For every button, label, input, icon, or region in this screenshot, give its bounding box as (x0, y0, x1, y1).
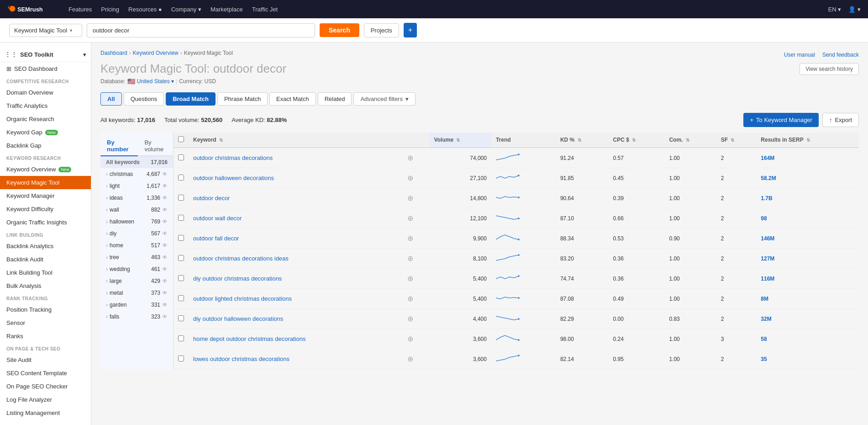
kw-sidebar-item[interactable]: › home 517 👁 (100, 239, 173, 251)
results-serp-link[interactable]: 98 (761, 215, 767, 222)
kw-sidebar-item[interactable]: › ideas 1,336 👁 (100, 192, 173, 204)
kw-sidebar-item[interactable]: › metal 373 👁 (100, 287, 173, 299)
row-checkbox-cell[interactable] (174, 249, 189, 269)
kw-sidebar-item[interactable]: › falls 323 👁 (100, 311, 173, 323)
view-history-button[interactable]: View search history (800, 63, 859, 75)
send-feedback-link[interactable]: Send feedback (822, 52, 859, 58)
sidebar-backlink-analytics[interactable]: Backlink Analytics (0, 239, 91, 253)
sort-tab-by-volume[interactable]: By volume (138, 136, 173, 156)
kw-item-eye[interactable]: 👁 (162, 195, 168, 201)
nav-traffic-jet[interactable]: Traffic Jet (252, 6, 278, 13)
row-checkbox[interactable] (178, 315, 184, 321)
sidebar-keyword-manager[interactable]: Keyword Manager (0, 189, 91, 202)
filter-tab-all[interactable]: All (100, 92, 122, 106)
select-all-header[interactable] (174, 133, 189, 148)
kw-item-eye[interactable]: 👁 (162, 171, 168, 177)
select-all-checkbox[interactable] (178, 136, 184, 142)
row-checkbox[interactable] (178, 175, 184, 181)
sidebar-toolkit[interactable]: ⋮⋮ SEO Toolkit ▾ (0, 47, 91, 62)
kw-sidebar-item[interactable]: › tree 463 👁 (100, 251, 173, 263)
com-column-header[interactable]: Com. ⇅ (664, 133, 716, 148)
kw-item-eye[interactable]: 👁 (162, 242, 168, 249)
filter-tab-exact-match[interactable]: Exact Match (269, 92, 316, 106)
results-serp-link[interactable]: 58.2M (761, 175, 776, 181)
sidebar-on-page-seo-checker[interactable]: On Page SEO Checker (0, 380, 91, 393)
filter-tab-broad-match[interactable]: Broad Match (166, 92, 216, 106)
add-keyword-icon[interactable]: ⊕ (407, 295, 413, 303)
breadcrumb-keyword-overview[interactable]: Keyword Overview (133, 50, 179, 56)
row-checkbox[interactable] (178, 154, 184, 160)
row-checkbox-cell[interactable] (174, 289, 189, 309)
kw-sidebar-item[interactable]: › light 1,617 👁 (100, 180, 173, 192)
user-menu[interactable]: 👤 ▾ (848, 6, 861, 13)
kw-item-eye[interactable]: 👁 (162, 266, 168, 272)
sidebar-domain-overview[interactable]: Domain Overview (0, 86, 91, 99)
results-serp-link[interactable]: 1.7B (761, 195, 772, 202)
filter-tab-phrase-match[interactable]: Phrase Match (217, 92, 268, 106)
sidebar-organic-research[interactable]: Organic Research (0, 112, 91, 126)
results-serp-link[interactable]: 8M (761, 296, 768, 302)
sidebar-bulk-analysis[interactable]: Bulk Analysis (0, 279, 91, 292)
sidebar-ranks[interactable]: Ranks (0, 329, 91, 343)
row-add[interactable]: ⊕ (403, 329, 429, 349)
sidebar-seo-dashboard[interactable]: ⊞ SEO Dashboard (0, 62, 91, 75)
sidebar-keyword-difficulty[interactable]: Keyword Difficulty (0, 202, 91, 216)
sf-column-header[interactable]: SF ⇅ (716, 133, 757, 148)
nav-marketplace[interactable]: Marketplace (210, 6, 243, 13)
add-keyword-icon[interactable]: ⊕ (407, 335, 413, 343)
kw-sidebar-item[interactable]: › halloween 769 👁 (100, 216, 173, 228)
database-value[interactable]: United States ▾ (137, 78, 174, 85)
kw-item-eye[interactable]: 👁 (162, 278, 168, 284)
row-checkbox-cell[interactable] (174, 228, 189, 249)
volume-column-header[interactable]: Volume ⇅ (430, 133, 491, 148)
sidebar-organic-traffic-insights[interactable]: Organic Traffic Insights (0, 216, 91, 229)
breadcrumb-dashboard[interactable]: Dashboard (100, 50, 127, 56)
sidebar-keyword-gap[interactable]: Keyword Gap New (0, 126, 91, 139)
sidebar-traffic-analytics[interactable]: Traffic Analytics (0, 99, 91, 112)
language-selector[interactable]: EN ▾ (828, 6, 842, 13)
semrush-logo[interactable]: SEMrush (7, 4, 58, 14)
row-add[interactable]: ⊕ (403, 269, 429, 289)
add-keyword-icon[interactable]: ⊕ (407, 174, 413, 182)
sidebar-log-file-analyzer[interactable]: Log File Analyzer (0, 393, 91, 406)
row-checkbox-cell[interactable] (174, 329, 189, 349)
row-checkbox-cell[interactable] (174, 309, 189, 329)
to-keyword-manager-button[interactable]: + To Keyword Manager (743, 113, 818, 127)
search-input[interactable] (87, 23, 315, 37)
row-add[interactable]: ⊕ (403, 148, 429, 168)
row-checkbox[interactable] (178, 195, 184, 201)
row-checkbox-cell[interactable] (174, 188, 189, 208)
sidebar-link-building-tool[interactable]: Link Building Tool (0, 266, 91, 279)
row-checkbox[interactable] (178, 235, 184, 241)
export-button[interactable]: ↑ Export (822, 113, 859, 127)
add-keyword-icon[interactable]: ⊕ (407, 234, 413, 242)
nav-resources[interactable]: Resources ● (128, 6, 162, 13)
results-serp-link[interactable]: 35 (761, 356, 767, 362)
trend-column-header[interactable]: Trend (491, 133, 556, 148)
projects-button[interactable]: Projects (364, 23, 399, 37)
row-checkbox[interactable] (178, 295, 184, 301)
add-keyword-icon[interactable]: ⊕ (407, 275, 413, 282)
results-serp-link[interactable]: 146M (761, 235, 774, 242)
keyword-column-header[interactable]: Keyword ⇅ (189, 133, 403, 148)
nav-company[interactable]: Company ▾ (171, 6, 201, 13)
row-add[interactable]: ⊕ (403, 289, 429, 309)
user-manual-link[interactable]: User manual (784, 52, 815, 58)
row-add[interactable]: ⊕ (403, 208, 429, 228)
kd-column-header[interactable]: KD % ⇅ (556, 133, 609, 148)
results-serp-link[interactable]: 164M (761, 155, 774, 161)
row-checkbox[interactable] (178, 356, 184, 361)
row-add[interactable]: ⊕ (403, 249, 429, 269)
filter-tab-questions[interactable]: Questions (124, 92, 164, 106)
sidebar-seo-content-template[interactable]: SEO Content Template (0, 367, 91, 380)
sidebar-backlink-gap[interactable]: Backlink Gap (0, 139, 91, 152)
keyword-link[interactable]: outdoor wall decor (193, 215, 242, 222)
kw-item-eye[interactable]: 👁 (162, 313, 168, 320)
sidebar-keyword-overview[interactable]: Keyword Overview New (0, 163, 91, 176)
nav-pricing[interactable]: Pricing (101, 6, 119, 13)
kw-sidebar-item[interactable]: › wedding 461 👁 (100, 263, 173, 275)
add-keyword-icon[interactable]: ⊕ (407, 315, 413, 323)
filter-tab-related[interactable]: Related (318, 92, 352, 106)
add-keyword-icon[interactable]: ⊕ (407, 255, 413, 262)
row-checkbox[interactable] (178, 275, 184, 281)
